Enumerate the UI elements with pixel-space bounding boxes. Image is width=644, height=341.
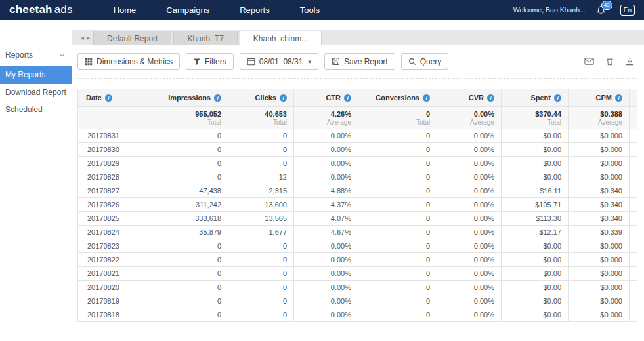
tab-default-report[interactable]: Default Report <box>93 31 171 45</box>
cell: 0 <box>148 281 228 294</box>
summary-sublabel: Total <box>155 119 221 126</box>
summary-value: 0.00% <box>444 110 494 118</box>
cell: $0.00 <box>502 143 569 157</box>
cell: $0.340 <box>569 212 630 226</box>
cell: 0.00% <box>437 308 502 322</box>
cell: 0.00% <box>437 239 502 253</box>
table-row: 20170831000.00%00.00%$0.00$0.000 <box>78 129 637 143</box>
sidebar-item-scheduled[interactable]: Scheduled <box>0 101 72 118</box>
cell: $0.00 <box>502 239 569 253</box>
summary-sublabel: Total <box>235 119 287 126</box>
tab-scroll-left-icon[interactable]: ◂ <box>81 35 84 41</box>
filters-button[interactable]: Filters <box>186 53 234 70</box>
tab-khanh-t7[interactable]: Khanh_T7 <box>173 31 237 45</box>
download-icon[interactable] <box>625 56 635 66</box>
cell: $0.000 <box>569 308 630 322</box>
cell: 0.00% <box>437 226 502 239</box>
dimensions-metrics-label: Dimensions & Metrics <box>97 57 173 66</box>
cell: $12.17 <box>502 226 569 239</box>
sidebar-items: My ReportsDownload ReportScheduled <box>0 66 72 118</box>
cell: 311,242 <box>148 198 228 212</box>
cell: 0 <box>148 253 228 267</box>
language-button[interactable]: En <box>620 5 635 16</box>
date-range-button[interactable]: 08/01–08/31 ▾ <box>240 53 318 70</box>
username[interactable]: Bao Khanh... <box>546 6 586 14</box>
cell: 0.00% <box>437 170 502 184</box>
trash-icon[interactable] <box>605 56 614 66</box>
table-head: DateiImpressionsiClicksiCTRiConversionsi… <box>78 89 637 107</box>
save-report-button[interactable]: Save Report <box>324 53 395 70</box>
info-icon[interactable]: i <box>280 94 287 102</box>
nav-item-tools[interactable]: Tools <box>300 4 320 16</box>
cell: 0.00% <box>294 170 358 184</box>
summary-date-cell: – <box>78 107 148 129</box>
cell: 0.00% <box>437 129 502 143</box>
nav-item-campaigns[interactable]: Campaigns <box>166 4 209 16</box>
table-row: 20170818000.00%00.00%$0.00$0.000 <box>78 308 637 322</box>
summary-cell: 0.00%Average <box>437 107 502 129</box>
filters-label: Filters <box>205 57 226 66</box>
cell: 20170827 <box>78 184 148 198</box>
tab-khanh-chinm[interactable]: Khanh_chinm... <box>240 31 322 45</box>
cell: 13,565 <box>228 212 294 226</box>
envelope-icon[interactable] <box>584 56 595 66</box>
sidebar-section-reports[interactable]: Reports <box>0 47 72 66</box>
cell: 0 <box>228 253 294 267</box>
navbar-right: Welcome, Bao Khanh... 43 En <box>513 5 635 16</box>
summary-sublabel: Average <box>444 119 494 126</box>
brand-logo[interactable]: cheetahads <box>9 3 73 16</box>
cell: 35,879 <box>148 226 228 239</box>
info-icon[interactable]: i <box>554 94 561 102</box>
table-row: 20170825333,61813,5654.07%00.00%$113.30$… <box>78 212 637 226</box>
scrollbar-gutter <box>630 294 637 308</box>
report-table: DateiImpressionsiClicksiCTRiConversionsi… <box>77 89 637 322</box>
sidebar-item-my-reports[interactable]: My Reports <box>0 66 72 84</box>
summary-cell: $370.44Total <box>502 107 569 129</box>
scrollbar-gutter <box>630 267 637 281</box>
cell: 0 <box>148 157 228 170</box>
cell: $0.00 <box>502 157 569 170</box>
summary-cell: 955,052Total <box>148 107 228 129</box>
column-label: Conversions <box>376 94 419 102</box>
save-icon <box>332 57 340 66</box>
info-icon[interactable]: i <box>423 94 430 102</box>
cell: 0 <box>358 143 437 157</box>
info-icon[interactable]: i <box>487 94 494 102</box>
cell: 20170830 <box>78 143 148 157</box>
cell: $0.339 <box>569 226 630 239</box>
cell: 0.00% <box>437 212 502 226</box>
cell: 0.00% <box>294 143 358 157</box>
cell: 0 <box>358 212 437 226</box>
cell: $0.340 <box>569 184 630 198</box>
info-icon[interactable]: i <box>214 94 221 102</box>
cell: 0 <box>228 281 294 294</box>
info-icon[interactable]: i <box>344 94 351 102</box>
column-header-impressions: Impressionsi <box>148 89 228 107</box>
tab-scroll-right-icon[interactable]: ▸ <box>87 35 90 41</box>
info-icon[interactable]: i <box>615 94 622 102</box>
nav-item-home[interactable]: Home <box>114 4 137 16</box>
summary-cell: $0.388Average <box>569 107 630 129</box>
column-label: Impressions <box>168 94 211 102</box>
query-button[interactable]: Query <box>401 53 449 70</box>
cell: 0 <box>228 239 294 253</box>
notifications-bell[interactable]: 43 <box>596 5 606 15</box>
dimensions-metrics-button[interactable]: Dimensions & Metrics <box>77 53 180 70</box>
caret-down-icon: ▾ <box>308 58 311 65</box>
info-icon[interactable]: i <box>105 94 112 102</box>
cell: $0.000 <box>569 170 630 184</box>
cell: 0 <box>148 267 228 281</box>
summary-sublabel: Total <box>508 119 561 126</box>
nav-item-reports[interactable]: Reports <box>240 4 270 16</box>
cell: 0 <box>358 170 437 184</box>
cell: 0 <box>148 129 228 143</box>
cell: 0 <box>358 294 437 308</box>
cell: 0 <box>358 239 437 253</box>
cell: 0.00% <box>294 253 358 267</box>
cell: 0 <box>228 308 294 322</box>
sidebar-item-download-report[interactable]: Download Report <box>0 84 72 101</box>
cell: 0 <box>148 308 228 322</box>
cell: 20170820 <box>78 281 148 294</box>
toolbar-separator <box>77 78 637 79</box>
sidebar-section-label: Reports <box>5 50 33 60</box>
